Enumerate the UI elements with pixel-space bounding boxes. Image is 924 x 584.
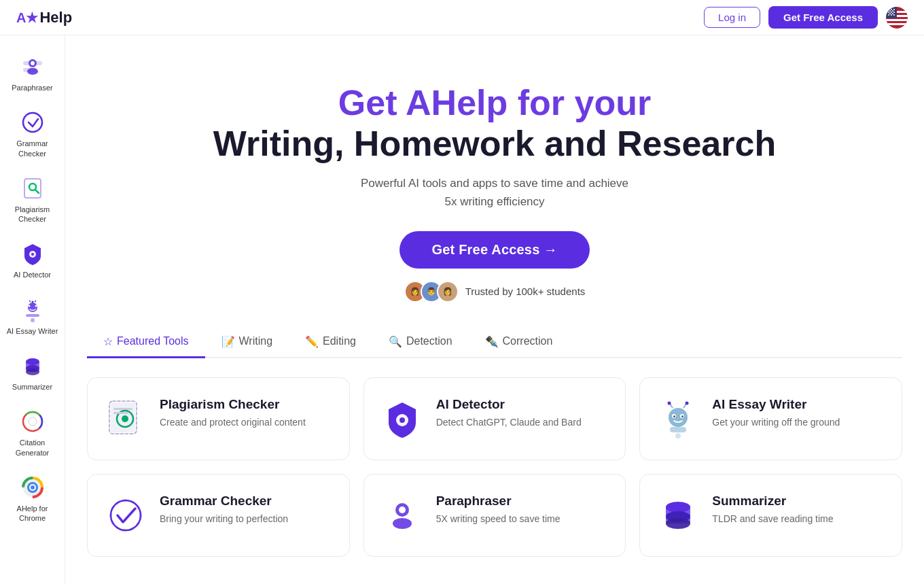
svg-line-30: [35, 190, 39, 193]
hero-cta-area: Get Free Access →: [399, 231, 590, 269]
tool-card-ai-detector[interactable]: AI Detector Detect ChatGPT, Claude and B…: [363, 377, 626, 460]
sidebar-item-ai-detector[interactable]: AI Detector: [3, 233, 63, 286]
ai-essay-card-desc: Get your writing off the ground: [712, 416, 885, 430]
svg-point-75: [686, 401, 689, 405]
sidebar-item-ai-essay-writer[interactable]: AI Essay Writer: [3, 290, 63, 343]
sidebar-item-paraphraser[interactable]: Paraphraser: [3, 46, 63, 99]
sidebar-label-chrome: AHelp for Chrome: [7, 504, 58, 523]
writing-icon: 📝: [221, 335, 235, 348]
svg-point-11: [893, 12, 895, 13]
ai-detector-icon: [19, 240, 46, 267]
essay-writer-icon: [19, 296, 46, 324]
sidebar-item-grammar-checker[interactable]: Grammar Checker: [3, 102, 63, 165]
sidebar-label-summarizer: Summarizer: [12, 382, 52, 392]
svg-point-6: [888, 9, 889, 10]
summarizer-card-info: Summarizer TLDR and save reading time: [712, 494, 885, 526]
grammar-card-info: Grammar Checker Bring your writing to pe…: [160, 494, 333, 526]
login-button[interactable]: Log in: [704, 7, 760, 28]
svg-point-79: [111, 500, 141, 530]
svg-point-8: [893, 9, 895, 10]
main-content: Get AHelp for your Writing, Homework and…: [65, 35, 924, 584]
summarizer-card-desc: TLDR and save reading time: [712, 513, 885, 526]
chrome-icon: [19, 474, 46, 501]
tool-card-paraphraser[interactable]: Paraphraser 5X writing speed to save tim…: [363, 474, 626, 557]
svg-point-23: [27, 68, 38, 75]
svg-point-22: [31, 61, 35, 65]
svg-rect-76: [670, 427, 686, 432]
summarizer-icon: [19, 352, 46, 379]
tool-card-summarizer[interactable]: Summarizer TLDR and save reading time: [639, 474, 902, 557]
svg-line-39: [29, 300, 31, 302]
svg-point-7: [891, 9, 892, 10]
ai-essay-card-name: AI Essay Writer: [712, 397, 885, 412]
sidebar-item-ahelp-chrome[interactable]: AHelp for Chrome: [3, 467, 63, 530]
svg-point-18: [892, 13, 893, 14]
svg-rect-4: [886, 23, 908, 25]
svg-point-62: [122, 415, 128, 422]
svg-point-15: [889, 10, 891, 12]
hero-cta-button[interactable]: Get Free Access →: [399, 231, 590, 269]
paraphraser-icon: [19, 53, 46, 80]
sidebar-label-plagiarism: Plagiarism Checker: [7, 205, 58, 224]
plagiarism-card-info: Plagiarism Checker Create and protect or…: [160, 397, 333, 430]
header: A★Help Log in Get Free Access: [0, 0, 924, 35]
sidebar-label-citation: Citation Generator: [7, 438, 58, 458]
grammar-icon: [19, 109, 46, 136]
sidebar-item-summarizer[interactable]: Summarizer: [3, 345, 63, 398]
paraphraser-card-desc: 5X writing speed to save time: [436, 513, 609, 526]
hero-title-line1: Get AHelp for your: [87, 83, 902, 124]
sidebar-label-ai-essay: AI Essay Writer: [7, 326, 58, 336]
tab-featured[interactable]: ☆ Featured Tools: [87, 327, 205, 358]
logo-text: Help: [39, 9, 72, 27]
grammar-card-name: Grammar Checker: [160, 494, 333, 509]
svg-rect-63: [113, 408, 132, 410]
sidebar-label-grammar: Grammar Checker: [7, 139, 58, 158]
tool-card-plagiarism[interactable]: Plagiarism Checker Create and protect or…: [87, 377, 350, 460]
plagiarism-icon: [19, 175, 46, 202]
tab-writing[interactable]: 📝 Writing: [205, 327, 289, 358]
svg-point-71: [681, 415, 683, 417]
ai-essay-card-icon: [656, 397, 700, 441]
svg-rect-36: [26, 314, 39, 317]
svg-point-73: [668, 401, 671, 405]
citation-icon: [19, 408, 46, 435]
sidebar-label-ai-detector: AI Detector: [14, 270, 51, 279]
svg-point-10: [891, 12, 892, 13]
svg-point-70: [673, 415, 675, 417]
svg-point-57: [31, 485, 35, 489]
correction-icon: ✒️: [485, 335, 499, 348]
plagiarism-card-name: Plagiarism Checker: [160, 397, 333, 412]
svg-point-9: [888, 12, 889, 13]
paraphraser-card-icon: [380, 494, 424, 537]
sidebar: Paraphraser Grammar Checker: [0, 35, 65, 584]
svg-point-38: [31, 300, 33, 303]
svg-point-50: [29, 417, 37, 426]
svg-point-87: [666, 518, 690, 529]
tab-detection[interactable]: 🔍 Detection: [372, 327, 469, 358]
star-icon: ☆: [103, 335, 113, 348]
logo[interactable]: A★Help: [16, 9, 72, 27]
paraphraser-card-name: Paraphraser: [436, 494, 609, 509]
trust-avatars: 👩 👨 👩: [404, 281, 459, 303]
svg-point-35: [35, 305, 37, 307]
hero-section: Get AHelp for your Writing, Homework and…: [87, 63, 902, 327]
svg-point-12: [888, 14, 889, 16]
tab-correction[interactable]: ✒️ Correction: [469, 327, 569, 358]
sidebar-item-plagiarism-checker[interactable]: Plagiarism Checker: [3, 168, 63, 231]
hero-title: Get AHelp for your Writing, Homework and…: [87, 83, 902, 165]
svg-line-40: [35, 300, 36, 302]
sidebar-label-paraphraser: Paraphraser: [12, 83, 53, 92]
language-selector[interactable]: [886, 7, 908, 29]
get-free-access-button[interactable]: Get Free Access: [768, 6, 878, 29]
ai-detector-card-info: AI Detector Detect ChatGPT, Claude and B…: [436, 397, 609, 430]
svg-rect-3: [886, 19, 908, 21]
tool-card-ai-essay[interactable]: AI Essay Writer Get your writing off the…: [639, 377, 902, 460]
grammar-card-icon: [104, 494, 147, 537]
sidebar-item-citation-generator[interactable]: Citation Generator: [3, 401, 63, 464]
svg-point-17: [889, 13, 891, 14]
svg-point-81: [399, 506, 406, 513]
tab-editing[interactable]: ✏️ Editing: [289, 327, 372, 358]
tool-card-grammar[interactable]: Grammar Checker Bring your writing to pe…: [87, 474, 350, 557]
ai-essay-card-info: AI Essay Writer Get your writing off the…: [712, 397, 885, 430]
ai-detector-card-desc: Detect ChatGPT, Claude and Bard: [436, 416, 609, 430]
